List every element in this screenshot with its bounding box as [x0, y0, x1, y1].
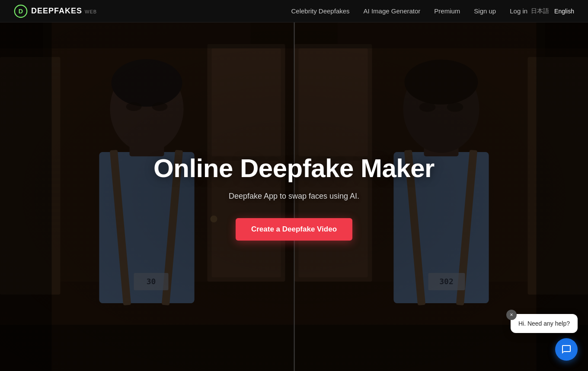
hero-cta-button[interactable]: Create a Deepfake Video — [236, 218, 352, 241]
nav-item-login: Log in — [510, 7, 527, 15]
logo-link[interactable]: D DEEPFAKES WEB — [14, 4, 97, 18]
language-switcher: 日本語 English — [531, 7, 574, 15]
nav-links: Celebrity Deepfakes AI Image Generator P… — [291, 7, 528, 15]
logo-text: DEEPFAKES WEB — [31, 6, 97, 16]
nav-item-signup: Sign up — [474, 7, 496, 15]
nav-item-ai-image: AI Image Generator — [364, 7, 421, 15]
logo-sub-text: WEB — [85, 9, 97, 14]
hero-subtitle: Deepfake App to swap faces using AI. — [229, 192, 359, 201]
logo-icon: D — [14, 4, 28, 18]
lang-ja[interactable]: 日本語 — [531, 7, 549, 15]
navbar: D DEEPFAKES WEB Celebrity Deepfakes AI I… — [0, 0, 588, 22]
chat-bubble: × Hi. Need any help? — [511, 314, 578, 333]
svg-text:D: D — [19, 8, 23, 15]
chat-close-icon: × — [510, 312, 513, 318]
logo-main-text: DEEPFAKES — [31, 6, 82, 16]
nav-link-premium[interactable]: Premium — [434, 7, 460, 15]
nav-item-premium: Premium — [434, 7, 460, 15]
chat-icon — [561, 344, 572, 355]
hero-content: Online Deepfake Maker Deepfake App to sw… — [0, 22, 588, 371]
nav-link-signup[interactable]: Sign up — [474, 7, 496, 15]
nav-link-login[interactable]: Log in — [510, 7, 527, 15]
hero-section: 30 — [0, 22, 588, 371]
chat-open-button[interactable] — [555, 338, 578, 361]
chat-bubble-text: Hi. Need any help? — [518, 320, 570, 327]
lang-en[interactable]: English — [554, 8, 574, 15]
hero-title: Online Deepfake Maker — [153, 153, 435, 183]
nav-item-celebrity: Celebrity Deepfakes — [291, 7, 350, 15]
nav-link-ai-image[interactable]: AI Image Generator — [364, 7, 421, 15]
nav-link-celebrity[interactable]: Celebrity Deepfakes — [291, 7, 350, 15]
chat-close-button[interactable]: × — [506, 310, 517, 320]
chat-widget: × Hi. Need any help? — [511, 314, 578, 361]
